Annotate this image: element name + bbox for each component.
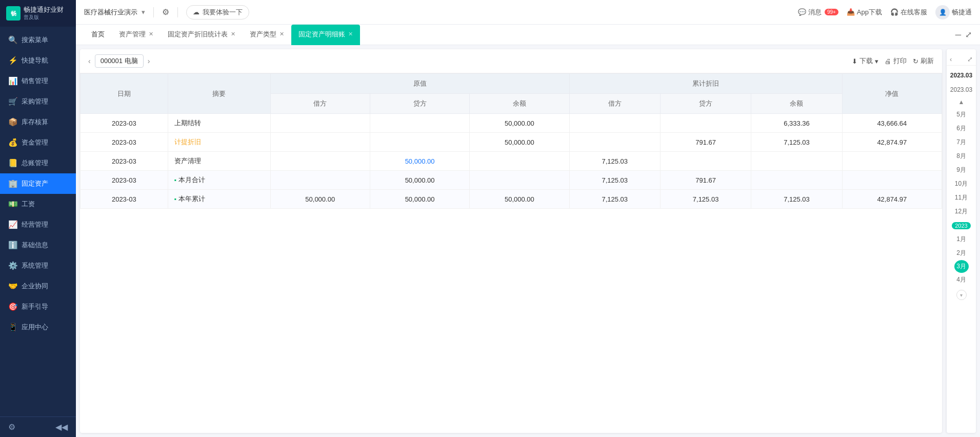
year-icon: ▪ xyxy=(174,195,176,203)
panel-month-9[interactable]: 9月 xyxy=(947,163,976,177)
panel-month-10[interactable]: 10月 xyxy=(947,177,976,191)
row-orig-debit xyxy=(270,114,370,133)
table-row-monthly-total: 2023-03 ▪本月合计 50,000.00 7,125.03 791.67 xyxy=(81,171,942,190)
data-table-wrap: 日期 摘要 原值 累计折旧 净值 借方 贷方 余额 借方 贷方 余额 xyxy=(80,73,942,433)
maximize-icon[interactable]: ⤢ xyxy=(965,30,972,39)
print-label: 打印 xyxy=(893,56,907,66)
sidebar-item-fixed-assets[interactable]: 🏢 固定资产 xyxy=(0,173,76,194)
settings-icon[interactable]: ⚙ xyxy=(8,422,15,432)
print-button[interactable]: 🖨 打印 xyxy=(885,56,907,66)
panel-month-8[interactable]: 8月 xyxy=(947,149,976,163)
collapse-icon[interactable]: ◀◀ xyxy=(55,422,68,432)
panel-month-4[interactable]: 4月 xyxy=(947,273,976,287)
message-button[interactable]: 💬 消息 99+ xyxy=(798,8,838,17)
panel-month-12[interactable]: 12月 xyxy=(947,205,976,218)
user-name: 畅捷通 xyxy=(952,8,972,17)
row-depr-balance: 6,333.36 xyxy=(751,114,842,133)
table-row: 2023-03 上期结转 50,000.00 6,333.36 43,666.6… xyxy=(81,114,942,133)
tab-home[interactable]: 首页 xyxy=(84,25,112,45)
panel-month-7[interactable]: 7月 xyxy=(947,135,976,149)
download-button[interactable]: ⬇ 下载 ▾ xyxy=(852,56,878,66)
close-tab-depreciation-stats[interactable]: ✕ xyxy=(231,31,235,37)
panel-month-6[interactable]: 6月 xyxy=(947,122,976,135)
sidebar-item-enterprise[interactable]: 🤝 企业协同 xyxy=(0,276,76,296)
gear-icon[interactable]: ⚙ xyxy=(162,7,169,17)
tab-asset-management[interactable]: 资产管理 ✕ xyxy=(112,25,161,45)
sidebar-item-finance[interactable]: 💰 资金管理 xyxy=(0,132,76,153)
company-selector[interactable]: 医疗器械行业演示 ▾ xyxy=(84,8,145,17)
panel-month-3[interactable]: 3月 xyxy=(954,260,969,273)
sidebar-item-purchase[interactable]: 🛒 采购管理 xyxy=(0,91,76,112)
sidebar-item-basic-info[interactable]: ℹ️ 基础信息 xyxy=(0,235,76,255)
customer-service-button[interactable]: 🎧 在线客服 xyxy=(890,8,927,17)
col-header-original-value: 原值 xyxy=(270,74,569,94)
minimize-icon[interactable]: ─ xyxy=(955,30,961,39)
col-header-depr-debit: 借方 xyxy=(569,94,660,114)
sidebar-item-app-center[interactable]: 📱 应用中心 xyxy=(0,317,76,337)
topbar-divider-2 xyxy=(177,7,178,17)
sidebar-item-inventory[interactable]: 📦 库存核算 xyxy=(0,112,76,132)
panel-month-2[interactable]: 2月 xyxy=(947,246,976,260)
sidebar-item-label: 采购管理 xyxy=(22,97,48,106)
sidebar-item-guide[interactable]: 🎯 新手引导 xyxy=(0,296,76,317)
panel-month-11[interactable]: 11月 xyxy=(947,191,976,205)
row-summary: ▪本月合计 xyxy=(168,171,270,190)
sidebar-item-management[interactable]: 📈 经营管理 xyxy=(0,214,76,235)
row-depr-credit: 7,125.03 xyxy=(660,190,751,209)
panel-arrow-up[interactable]: ▲ xyxy=(958,98,965,106)
row-orig-credit xyxy=(370,114,469,133)
download-chevron: ▾ xyxy=(875,57,878,65)
tab-asset-type[interactable]: 资产类型 ✕ xyxy=(243,25,291,45)
right-panel: ‹ ⤢ 2023.03 2023.03 ▲ 5月 6月 7月 8月 9月 10月… xyxy=(946,49,976,433)
row-depr-debit xyxy=(569,133,660,152)
row-summary[interactable]: 计提折旧 xyxy=(168,133,270,152)
tab-asset-ledger[interactable]: 固定资产明细账 ✕ xyxy=(291,25,360,45)
print-icon: 🖨 xyxy=(885,57,891,65)
year-badge: 2023 xyxy=(952,222,970,229)
guide-icon: 🎯 xyxy=(8,302,17,311)
sidebar-item-salary[interactable]: 💵 工资 xyxy=(0,194,76,214)
panel-scroll-down[interactable]: ▾ xyxy=(956,290,967,300)
sidebar-item-system[interactable]: ⚙️ 系统管理 xyxy=(0,255,76,276)
panel-month-5[interactable]: 5月 xyxy=(947,108,976,122)
col-header-orig-credit: 贷方 xyxy=(370,94,469,114)
close-tab-asset-management[interactable]: ✕ xyxy=(149,31,153,37)
tab-depreciation-stats[interactable]: 固定资产折旧统计表 ✕ xyxy=(161,25,243,45)
sidebar-item-label: 应用中心 xyxy=(22,323,48,332)
sidebar-item-ledger[interactable]: 📒 总账管理 xyxy=(0,153,76,173)
row-summary: 资产清理 xyxy=(168,152,270,171)
data-table: 日期 摘要 原值 累计折旧 净值 借方 贷方 余额 借方 贷方 余额 xyxy=(80,73,942,209)
panel-expand-right[interactable]: ⤢ xyxy=(967,55,973,63)
row-date: 2023-03 xyxy=(81,171,168,190)
company-name: 医疗器械行业演示 xyxy=(84,8,137,17)
sidebar-item-search[interactable]: 🔍 搜索菜单 xyxy=(0,30,76,50)
basic-info-icon: ℹ️ xyxy=(8,241,17,250)
refresh-button[interactable]: ↻ 刷新 xyxy=(913,56,934,66)
row-net-value xyxy=(842,171,942,190)
experience-button[interactable]: ☁ 我要体验一下 xyxy=(186,5,249,19)
main-area: 医疗器械行业演示 ▾ ⚙ ☁ 我要体验一下 💬 消息 99+ 📥 App下载 🎧… xyxy=(76,0,980,437)
panel-months-after: 1月 2月 3月 4月 xyxy=(947,232,976,287)
row-orig-balance: 50,000.00 xyxy=(470,190,569,209)
sidebar-item-quick-nav[interactable]: ⚡ 快捷导航 xyxy=(0,50,76,71)
row-orig-credit: 50,000.00 xyxy=(370,171,469,190)
app-download-button[interactable]: 📥 App下载 xyxy=(847,8,882,17)
content-main: ‹ 000001 电脑 › ⬇ 下载 ▾ 🖨 打印 ↻ xyxy=(80,49,942,433)
close-tab-asset-type[interactable]: ✕ xyxy=(279,31,284,37)
close-tab-asset-ledger[interactable]: ✕ xyxy=(348,31,353,37)
user-profile[interactable]: 👤 畅捷通 xyxy=(935,5,972,19)
row-date: 2023-03 xyxy=(81,152,168,171)
next-asset-button[interactable]: › xyxy=(148,57,150,65)
prev-asset-button[interactable]: ‹ xyxy=(88,57,91,65)
panel-month-1[interactable]: 1月 xyxy=(947,232,976,246)
tab-home-label: 首页 xyxy=(91,30,105,39)
sales-icon: 📊 xyxy=(8,76,17,86)
sidebar-item-sales[interactable]: 📊 销售管理 xyxy=(0,71,76,91)
logo-text-group: 畅捷通好业财 普及版 xyxy=(24,6,64,22)
row-net-value: 42,874.97 xyxy=(842,133,942,152)
row-orig-credit xyxy=(370,133,469,152)
panel-collapse-left[interactable]: ‹ xyxy=(950,55,952,63)
salary-icon: 💵 xyxy=(8,200,17,209)
message-badge: 99+ xyxy=(825,9,838,15)
logo-icon: 畅 xyxy=(6,6,21,21)
